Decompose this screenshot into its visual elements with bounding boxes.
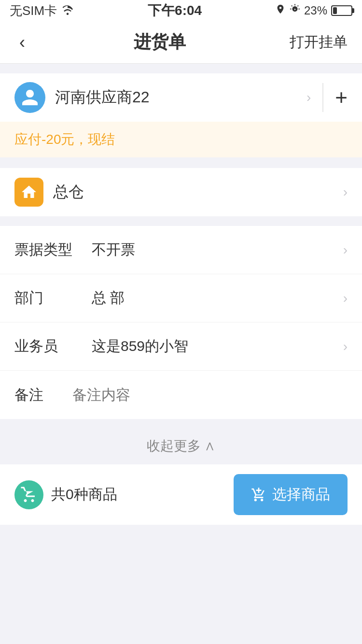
department-label: 部门 [14, 288, 82, 308]
supplier-avatar [14, 82, 45, 113]
battery-percentage: 23% [304, 4, 327, 17]
supplier-chevron-icon: › [306, 90, 311, 105]
section-gap-2 [0, 157, 362, 167]
supplier-row[interactable]: 河南供应商22 › + [0, 73, 362, 122]
warehouse-icon [14, 178, 43, 207]
salesperson-row[interactable]: 业务员 这是859的小智 › [0, 322, 362, 371]
department-chevron-icon: › [343, 291, 348, 306]
supplier-divider [322, 83, 323, 112]
status-right: 23% [275, 4, 352, 17]
salesperson-value: 这是859的小智 [82, 336, 343, 356]
alarm-icon [290, 4, 300, 17]
supplier-notice: 应付-20元，现结 [0, 122, 362, 157]
salesperson-label: 业务员 [14, 336, 82, 356]
select-product-label: 选择商品 [272, 485, 330, 504]
warehouse-chevron-icon: › [343, 184, 348, 200]
open-pending-button[interactable]: 打开挂单 [290, 32, 348, 52]
warehouse-card: 总仓 › [0, 168, 362, 216]
remark-row: 备注 [0, 371, 362, 419]
status-left: 无SIM卡 [10, 2, 74, 19]
ticket-type-value: 不开票 [82, 240, 343, 260]
warehouse-name: 总仓 [53, 182, 343, 203]
location-icon [275, 4, 286, 17]
back-button[interactable]: ‹ [14, 28, 30, 57]
status-time: 下午6:04 [148, 1, 202, 20]
ticket-type-row[interactable]: 票据类型 不开票 › [0, 226, 362, 274]
select-product-button[interactable]: 选择商品 [234, 474, 348, 515]
carrier-text: 无SIM卡 [10, 2, 57, 19]
warehouse-row[interactable]: 总仓 › [0, 168, 362, 216]
page-title: 进货单 [134, 30, 186, 54]
bottom-bar: 共0种商品 选择商品 [0, 464, 362, 525]
ticket-type-chevron-icon: › [343, 242, 348, 258]
supplier-add-button[interactable]: + [335, 87, 348, 108]
product-info: 共0种商品 [14, 480, 117, 509]
form-section: 票据类型 不开票 › 部门 总 部 › 业务员 这是859的小智 › 备注 [0, 226, 362, 419]
product-cart-icon [14, 480, 43, 509]
department-value: 总 部 [82, 288, 343, 308]
battery-icon [331, 5, 352, 16]
collapse-label: 收起更多 ∧ [147, 437, 216, 455]
collapse-row[interactable]: 收起更多 ∧ [0, 429, 362, 463]
remark-input[interactable] [63, 387, 348, 403]
page-background [0, 525, 362, 644]
department-row[interactable]: 部门 总 部 › [0, 274, 362, 322]
product-count-label: 共0种商品 [51, 485, 117, 504]
status-bar: 无SIM卡 下午6:04 23% [0, 0, 362, 21]
supplier-name: 河南供应商22 [55, 87, 306, 108]
ticket-type-label: 票据类型 [14, 240, 82, 260]
remark-label: 备注 [14, 385, 63, 405]
salesperson-chevron-icon: › [343, 339, 348, 354]
wifi-icon [61, 3, 74, 18]
supplier-card: 河南供应商22 › + 应付-20元，现结 [0, 73, 362, 157]
section-gap-1 [0, 64, 362, 73]
nav-bar: ‹ 进货单 打开挂单 [0, 21, 362, 64]
